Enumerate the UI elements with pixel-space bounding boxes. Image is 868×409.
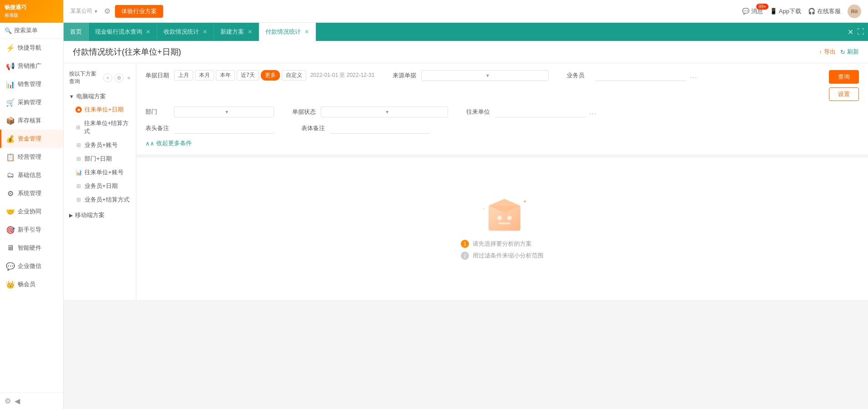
header-note-input[interactable] [174, 123, 274, 134]
sidebar-item-marketing[interactable]: 📢 营销推广 [0, 57, 63, 75]
scheme-item-salesperson-account[interactable]: ⊞ 业务员+账号 [64, 138, 136, 152]
sidebar-item-vip[interactable]: 👑 畅会员 [0, 275, 63, 293]
export-btn[interactable]: ↑ 导出 [819, 48, 836, 56]
counterpart-input[interactable] [495, 106, 586, 117]
sidebar-item-system[interactable]: ⚙ 系统管理 [0, 184, 63, 202]
doc-status-select[interactable]: ▾ [321, 106, 448, 117]
settings-btn[interactable]: 设置 [829, 87, 859, 101]
scheme-group-desktop-toggle[interactable]: ▼ 电脑端方案 [64, 90, 136, 103]
sidebar-label-operation: 经营管理 [18, 153, 41, 161]
scheme-item-dept-date[interactable]: ⊞ 部门+日期 [64, 152, 136, 166]
search-label: 搜索菜单 [14, 26, 38, 35]
service-label: 在线客服 [817, 7, 841, 15]
filter-section: 单据日期 上月 本月 本年 近7天 更多 自定义 2022-01-01 至 20… [136, 63, 868, 154]
sidebar-item-operation[interactable]: 📋 经营管理 [0, 148, 63, 166]
sidebar-label-quick-nav: 快捷导航 [18, 44, 41, 52]
salesperson-input[interactable] [595, 70, 686, 81]
tab-home[interactable]: 首页 [64, 23, 89, 41]
sidebar-item-quick-nav[interactable]: ⚡ 快捷导航 [0, 39, 63, 57]
date-btn-custom[interactable]: 自定义 [282, 70, 306, 81]
date-btn-this-month[interactable]: 本月 [195, 70, 214, 81]
scheme-item-label-salesperson-account: 业务员+账号 [85, 141, 118, 149]
tab-cash-flow-close[interactable]: ✕ [146, 29, 150, 35]
tab-receipt-stats[interactable]: 收款情况统计 ✕ [157, 23, 214, 41]
tab-receipt-stats-close[interactable]: ✕ [203, 29, 207, 35]
filter-counterpart-item: 往来单位 ... [466, 106, 597, 117]
sidebar-item-guide[interactable]: 🎯 新手引导 [0, 221, 63, 239]
filter-doc-status-label: 单据状态 [292, 108, 317, 116]
date-btn-7days[interactable]: 近7天 [237, 70, 259, 81]
dropdown-icon[interactable]: ▾ [95, 8, 97, 15]
tab-cash-flow[interactable]: 现金银行流水查询 ✕ [89, 23, 157, 41]
app-download-btn[interactable]: 📱 App下载 [770, 7, 801, 15]
date-btn-this-year[interactable]: 本年 [216, 70, 235, 81]
filter-dept-item: 部门 ▾ [145, 106, 274, 117]
sidebar-item-sales[interactable]: 📊 销售管理 [0, 75, 63, 93]
filter-row-3: 表头备注 表体备注 [145, 123, 859, 134]
collapse-conditions-btn[interactable]: ∧∧ 收起更多条件 [145, 139, 859, 147]
sidebar-item-purchase[interactable]: 🛒 采购管理 [0, 93, 63, 111]
scheme-item-table-icon-1: ⊞ [75, 124, 82, 131]
sidebar-item-inventory[interactable]: 📦 库存核算 [0, 111, 63, 130]
content-area: 付款情况统计(往来单位+日期) ↑ 导出 ↻ 刷新 按以下方案查询 [64, 41, 868, 409]
scheme-item-counterpart-settle[interactable]: ⊞ 往来单位+结算方式 [64, 116, 136, 138]
body-note-input[interactable] [330, 123, 430, 134]
enterprise-icon: 🤝 [6, 207, 15, 216]
system-icon: ⚙ [6, 189, 15, 198]
scheme-item-counterpart-date[interactable]: 往来单位+日期 [64, 103, 136, 116]
avatar[interactable]: Rit [848, 5, 861, 18]
filter-salesperson-label: 业务员 [567, 71, 592, 80]
refresh-icon: ↻ [840, 49, 845, 56]
tab-expand-icon[interactable]: ⛶ [857, 28, 864, 36]
messages-btn[interactable]: 💬 消息 99+ [742, 7, 763, 15]
counterpart-dots[interactable]: ... [589, 109, 597, 116]
main-area: 某某公司 ▾ ⚙ 体验行业方案 💬 消息 99+ 📱 App下载 🎧 在线客服 … [64, 0, 868, 409]
page-actions: ↑ 导出 ↻ 刷新 [819, 48, 859, 56]
topbar-settings-icon[interactable]: ⚙ [104, 7, 110, 15]
sidebar-label-marketing: 营销推广 [18, 62, 41, 70]
svg-text:✦: ✦ [523, 198, 527, 205]
footer-collapse-icon[interactable]: ◀ [15, 397, 20, 405]
query-btn[interactable]: 查询 [829, 70, 859, 84]
sidebar-item-finance[interactable]: 💰 资金管理 [0, 130, 63, 148]
version-text: 标准版 [5, 12, 26, 19]
export-label: 导出 [824, 48, 836, 56]
scheme-collapse-btn[interactable]: « [127, 75, 130, 81]
topbar: 某某公司 ▾ ⚙ 体验行业方案 💬 消息 99+ 📱 App下载 🎧 在线客服 … [64, 0, 868, 23]
sidebar-item-enterprise[interactable]: 🤝 企业协同 [0, 202, 63, 221]
tab-payment-stats[interactable]: 付款情况统计 ✕ [259, 23, 316, 41]
salesperson-dots[interactable]: ... [690, 72, 698, 79]
tab-payment-stats-close[interactable]: ✕ [304, 29, 309, 35]
scheme-header-icons: + ⚙ [103, 73, 124, 82]
sidebar-item-basic[interactable]: 🗂 基础信息 [0, 166, 63, 184]
industry-btn[interactable]: 体验行业方案 [115, 5, 163, 18]
scheme-group-mobile-toggle[interactable]: ▶ 移动端方案 [64, 209, 136, 222]
sales-icon: 📊 [6, 80, 15, 89]
date-btn-more[interactable]: 更多 [261, 70, 280, 81]
app-label: App下载 [779, 7, 801, 15]
search-menu[interactable]: 🔍 搜索菜单 [0, 23, 63, 39]
tab-new-plan-close[interactable]: ✕ [248, 29, 252, 35]
sidebar-item-wechat[interactable]: 💬 企业微信 [0, 257, 63, 275]
refresh-label: 刷新 [847, 48, 859, 56]
dept-select[interactable]: ▾ [174, 106, 274, 117]
tab-new-plan[interactable]: 新建方案 ✕ [214, 23, 259, 41]
scheme-item-counterpart-account[interactable]: 📊 往来单位+账号 [64, 166, 136, 179]
filter-salesperson-item: 业务员 ... [567, 70, 698, 81]
date-buttons: 上月 本月 本年 近7天 更多 自定义 2022-01-01 至 2022-12… [174, 70, 374, 81]
date-btn-last-month[interactable]: 上月 [174, 70, 193, 81]
sidebar-item-hardware[interactable]: 🖥 智能硬件 [0, 239, 63, 257]
scheme-item-salesperson-settle[interactable]: ⊞ 业务员+结算方式 [64, 193, 136, 207]
sidebar-logo: 畅捷通巧 标准版 [0, 0, 63, 23]
source-select[interactable]: ▾ [421, 70, 549, 81]
scheme-add-icon[interactable]: + [103, 73, 112, 82]
topbar-right: 💬 消息 99+ 📱 App下载 🎧 在线客服 Rit [742, 5, 861, 18]
logo-text: 畅捷通巧 [5, 4, 26, 11]
scheme-item-salesperson-date[interactable]: ⊞ 业务员+日期 [64, 179, 136, 193]
tab-close-all-icon[interactable]: ✕ [848, 28, 853, 36]
scheme-settings-icon[interactable]: ⚙ [115, 73, 124, 82]
sidebar-label-wechat: 企业微信 [18, 262, 41, 270]
online-service-btn[interactable]: 🎧 在线客服 [808, 7, 841, 15]
refresh-btn[interactable]: ↻ 刷新 [840, 48, 859, 56]
footer-settings-icon[interactable]: ⚙ [5, 397, 11, 405]
